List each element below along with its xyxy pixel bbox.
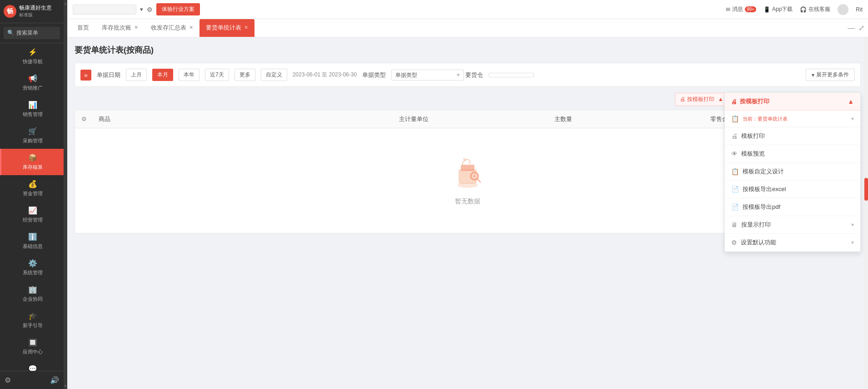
sidebar-item-wechat[interactable]: 💬 企业微信 — [0, 360, 64, 371]
order-type-select[interactable]: 单据类型 — [391, 70, 464, 81]
sales-icon: 📊 — [28, 101, 37, 109]
user-avatar[interactable] — [838, 4, 848, 15]
sidebar-item-label: 企业协同 — [23, 296, 43, 303]
logo-text-group: 畅康通好生意 标准版 — [19, 5, 52, 18]
print-template-button[interactable]: 🖨 按模板打印 ▲ — [675, 93, 728, 106]
sidebar-item-finance[interactable]: 💰 资金管理 — [0, 175, 64, 202]
sidebar-item-basic[interactable]: ℹ️ 基础信息 — [0, 228, 64, 254]
system-icon: ⚙️ — [28, 259, 37, 268]
page-title: 要货单统计表(按商品) — [75, 45, 861, 56]
print-dropdown-overlay: 🖨 按模板打印 ▲ 📋 当前：要货单统计表 ▾ 🖨 — [724, 92, 861, 252]
custom-date-btn[interactable]: 自定义 — [261, 69, 287, 81]
sidebar-item-inventory[interactable]: 📦 库存核算 — [0, 149, 64, 175]
app-download-button[interactable]: 📱 App下载 — [763, 5, 793, 13]
settings-icon[interactable]: ⚙ — [5, 376, 11, 384]
filter-expand-button[interactable]: » — [80, 70, 91, 81]
sidebar-item-label: 库存核算 — [23, 164, 43, 171]
print-dropdown-arrow[interactable]: ▲ — [718, 96, 723, 102]
online-service-button[interactable]: 🎧 在线客服 — [800, 5, 830, 13]
topbar-search-input[interactable] — [73, 5, 136, 15]
dropdown-item-left: 📋 模板自定义设计 — [731, 167, 784, 176]
sidebar-item-label: 资金管理 — [23, 190, 43, 197]
sidebar: 畅 畅康通好生意 标准版 🔍 搜索菜单 ⚡ 快捷导航 📢 营销推广 📊 销售管理… — [0, 0, 64, 389]
trial-button[interactable]: 体验行业方案 — [156, 3, 200, 15]
current-month-btn[interactable]: 本月 — [152, 69, 173, 81]
sidebar-item-system[interactable]: ⚙️ 系统管理 — [0, 254, 64, 281]
sidebar-item-sales[interactable]: 📊 销售管理 — [0, 96, 64, 122]
prev-month-btn[interactable]: 上月 — [126, 69, 147, 81]
tab-order-stats-close[interactable]: ✕ — [244, 25, 248, 30]
more-dates-btn[interactable]: 更多 — [234, 69, 255, 81]
sidebar-navigation: ⚡ 快捷导航 📢 营销推广 📊 销售管理 🛒 采购管理 📦 库存核算 💰 资金管… — [0, 43, 64, 371]
sidebar-item-purchase[interactable]: 🛒 采购管理 — [0, 122, 64, 149]
right-scrollbar[interactable] — [864, 37, 868, 389]
sidebar-item-guide[interactable]: 🎓 新手引导 — [0, 307, 64, 333]
tab-order-stats-label: 要货单统计表 — [206, 24, 241, 32]
goods-warehouse-label: 要货仓 — [465, 71, 483, 79]
sidebar-item-appstore[interactable]: 🔲 应用中心 — [0, 333, 64, 360]
search-menu-button[interactable]: 🔍 搜索菜单 — [4, 27, 60, 39]
goods-warehouse-input[interactable] — [489, 73, 534, 77]
tab-home[interactable]: 首页 — [71, 19, 95, 37]
last-7-days-btn[interactable]: 近7天 — [205, 69, 229, 81]
scroll-up-arrow[interactable]: ▲ — [64, 0, 67, 6]
sidebar-item-label: 新手引导 — [23, 322, 43, 329]
app-name: 畅康通好生意 — [19, 5, 52, 12]
sidebar-item-quick-nav[interactable]: ⚡ 快捷导航 — [0, 43, 64, 70]
topbar-dropdown-arrow[interactable]: ▾ — [140, 6, 143, 13]
tab-receipt-summary-close[interactable]: ✕ — [189, 25, 193, 30]
current-year-btn[interactable]: 本年 — [179, 69, 200, 81]
dropdown-item-export-excel[interactable]: 📄 按模板导出excel — [725, 181, 860, 198]
tab-inventory-batch[interactable]: 库存批次账 ✕ — [95, 19, 145, 37]
dropdown-item-left: 📄 按模板导出pdf — [731, 203, 780, 211]
dropdown-item-template-print[interactable]: 🖨 模板打印 — [725, 127, 860, 145]
set-default-arrow: ▾ — [851, 239, 854, 246]
message-button[interactable]: ✉ 消息 99+ — [726, 5, 756, 13]
tabs-right-controls: — ⤢ — [848, 19, 864, 37]
dropdown-item-display-print[interactable]: 🖥 按显示打印 ▾ — [725, 216, 860, 234]
template-print-label: 模板打印 — [741, 132, 765, 140]
message-badge: 99+ — [745, 6, 756, 12]
expand-more-button[interactable]: ▾ 展开更多条件 — [806, 69, 855, 81]
dropdown-item-template-custom[interactable]: 📋 模板自定义设计 — [725, 163, 860, 181]
tab-minimize-button[interactable]: — — [848, 24, 855, 32]
current-label-text: 当前：要货单统计表 — [743, 116, 788, 122]
logo-area: 畅 畅康通好生意 标准版 — [0, 0, 64, 23]
tab-receipt-summary[interactable]: 收发存汇总表 ✕ — [145, 19, 200, 37]
dropdown-current-item[interactable]: 📋 当前：要货单统计表 ▾ — [725, 111, 860, 127]
basic-icon: ℹ️ — [28, 232, 37, 241]
tab-inventory-batch-close[interactable]: ✕ — [134, 25, 138, 30]
sidebar-item-enterprise[interactable]: 🏢 企业协同 — [0, 281, 64, 307]
tab-order-stats[interactable]: 要货单统计表 ✕ — [200, 19, 254, 37]
dropdown-printer-icon: 🖨 — [731, 98, 737, 105]
column-settings-button[interactable]: ⚙ — [75, 116, 93, 122]
dropdown-title-text: 按模板打印 — [740, 97, 769, 106]
set-default-label: 设置默认功能 — [741, 238, 776, 247]
dropdown-item-template-preview[interactable]: 👁 模板预览 — [725, 145, 860, 163]
action-bar: 🖨 按模板打印 ▲ ↑ 导出 ↻ 刷新 ··· 查询 设置 🖨 按模板打印 — [75, 92, 861, 106]
main-area: ▾ ⚙ 体验行业方案 ✉ 消息 99+ 📱 App下载 🎧 在线客服 Rit 首… — [67, 0, 868, 389]
wechat-icon: 💬 — [28, 364, 37, 371]
sound-icon[interactable]: 🔊 — [50, 376, 59, 384]
topbar: ▾ ⚙ 体验行业方案 ✉ 消息 99+ 📱 App下载 🎧 在线客服 Rit — [67, 0, 868, 19]
scroll-down-arrow[interactable]: ▼ — [64, 383, 67, 389]
print-template-label: 按模板打印 — [687, 96, 714, 103]
empty-icon — [449, 156, 486, 192]
marketing-icon: 📢 — [28, 74, 37, 83]
dropdown-close-button[interactable]: ▲ — [848, 98, 854, 105]
th-quantity: 主数量 — [549, 115, 704, 123]
sidebar-item-operations[interactable]: 📈 经营管理 — [0, 202, 64, 228]
template-custom-icon: 📋 — [731, 168, 739, 175]
sidebar-item-marketing[interactable]: 📢 营销推广 — [0, 70, 64, 96]
th-unit: 主计量单位 — [394, 115, 549, 123]
purchase-icon: 🛒 — [28, 127, 37, 136]
dropdown-item-export-pdf[interactable]: 📄 按模板导出pdf — [725, 198, 860, 216]
sidebar-scrollbar[interactable]: ▲ ▼ — [64, 0, 67, 389]
filter-bar: » 单据日期 上月 本月 本年 近7天 更多 自定义 2023-06-01 至 … — [75, 63, 861, 87]
sidebar-item-label: 采购管理 — [23, 137, 43, 144]
current-item-arrow: ▾ — [851, 116, 854, 122]
dropdown-item-set-default[interactable]: ⚙ 设置默认功能 ▾ — [725, 234, 860, 252]
sidebar-item-label: 营销推广 — [23, 85, 43, 91]
tab-expand-button[interactable]: ⤢ — [858, 24, 864, 32]
topbar-gear-icon[interactable]: ⚙ — [147, 6, 153, 13]
